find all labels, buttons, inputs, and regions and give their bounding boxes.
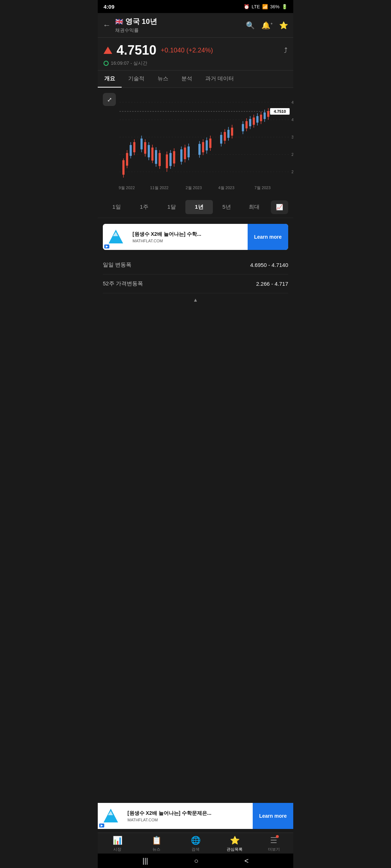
tab-overview[interactable]: 개요: [98, 71, 122, 88]
svg-rect-50: [173, 151, 175, 163]
signal-icon: 📶: [262, 4, 268, 9]
header: ← 🇬🇧 영국 10년 채권수익률 🔍 🔔+ ⭐: [98, 13, 293, 38]
svg-rect-62: [198, 144, 201, 155]
svg-rect-32: [148, 145, 150, 157]
battery-icon: 🔋: [282, 4, 287, 9]
ad-url: MATHFLAT.COM: [133, 239, 244, 243]
svg-text:4.9000: 4.9000: [291, 100, 293, 105]
svg-rect-47: [169, 153, 172, 166]
tab-history[interactable]: 과거 데이터: [199, 71, 240, 88]
tabs-bar: 개요 기술적 뉴스 분석 과거 데이터: [98, 71, 293, 88]
svg-text:2월 2023: 2월 2023: [186, 186, 202, 190]
svg-rect-59: [188, 146, 190, 157]
daily-range-label: 일일 변동폭: [103, 261, 131, 268]
header-title-block: 🇬🇧 영국 10년 채권수익률: [115, 17, 241, 34]
52week-label: 52주 가격변동폭: [103, 280, 143, 287]
alert-icon[interactable]: 🔔+: [261, 21, 273, 30]
price-row: 4.7510 +0.1040 (+2.24%) ⤴: [104, 43, 287, 58]
svg-rect-41: [159, 153, 161, 166]
svg-rect-68: [206, 140, 208, 150]
header-title: 🇬🇧 영국 10년: [115, 17, 241, 26]
alarm-icon: ⏰: [244, 4, 249, 9]
price-up-arrow: [104, 47, 112, 54]
expand-section[interactable]: ▲: [103, 293, 288, 306]
svg-text:4월 2023: 4월 2023: [218, 186, 235, 190]
data-section: 일일 변동폭 4.6950 - 4.7140 52주 가격변동폭 2.266 -…: [98, 256, 293, 306]
status-time: 4:09: [104, 4, 114, 10]
favorite-icon[interactable]: ⭐: [279, 21, 288, 30]
period-1day[interactable]: 1일: [103, 200, 130, 214]
back-button[interactable]: ←: [103, 21, 111, 30]
svg-text:2.1000: 2.1000: [291, 170, 293, 174]
svg-rect-44: [166, 154, 168, 168]
period-max[interactable]: 최대: [240, 200, 268, 214]
svg-marker-115: [109, 230, 123, 243]
tab-news[interactable]: 뉴스: [151, 71, 175, 88]
tab-analysis[interactable]: 분석: [175, 71, 199, 88]
svg-rect-29: [144, 142, 146, 154]
status-bar: 4:09 ⏰ LTE 📶 36% 🔋: [98, 0, 293, 13]
ad-banner[interactable]: ▶ [원생수 X2배 늘어나는] 수학... MATHFLAT.COM Lear…: [103, 224, 288, 250]
svg-text:9월 2022: 9월 2022: [119, 186, 135, 190]
tab-technical[interactable]: 기술적: [122, 71, 151, 88]
price-chart[interactable]: 4.9000 4.2000 3.5000 2.8000 2.1000 4.751…: [98, 92, 293, 193]
ad-cta-button[interactable]: Learn more: [248, 224, 288, 250]
svg-text:11월 2022: 11월 2022: [150, 186, 169, 190]
svg-rect-17: [126, 153, 128, 166]
price-time: 16:09:07 - 실시간: [104, 60, 287, 67]
52week-range-row: 52주 가격변동폭 2.266 - 4.717: [103, 275, 288, 293]
52week-value: 2.266 - 4.717: [256, 281, 288, 287]
svg-text:7월 2023: 7월 2023: [255, 186, 271, 190]
lte-icon: LTE: [252, 4, 260, 9]
daily-range-value: 4.6950 - 4.7140: [250, 262, 288, 268]
ad-logo: ▶: [103, 224, 129, 250]
header-subtitle: 채권수익률: [115, 27, 241, 34]
svg-rect-14: [122, 160, 125, 175]
svg-rect-23: [133, 142, 135, 152]
expand-chart-button[interactable]: ⤢: [103, 93, 116, 106]
ad-title: [원생수 X2배 늘어나는] 수학...: [133, 231, 244, 237]
chart-svg-wrapper: 4.9000 4.2000 3.5000 2.8000 2.1000 4.751…: [98, 92, 293, 193]
svg-rect-35: [151, 148, 154, 161]
chart-type-button[interactable]: 📈: [271, 200, 288, 214]
price-section: 4.7510 +0.1040 (+2.24%) ⤴ 16:09:07 - 실시간: [98, 38, 293, 71]
flag-icon: 🇬🇧: [115, 18, 123, 26]
svg-text:4.7510: 4.7510: [274, 109, 286, 114]
svg-text:2.8000: 2.8000: [291, 152, 293, 157]
svg-rect-20: [130, 145, 132, 156]
svg-rect-65: [202, 142, 204, 152]
ad-text: [원생수 X2배 늘어나는] 수학... MATHFLAT.COM: [129, 224, 248, 250]
svg-rect-53: [180, 149, 182, 162]
battery-text: 36%: [270, 4, 279, 9]
svg-rect-38: [155, 150, 157, 164]
price-value: 4.7510: [117, 43, 156, 58]
expand-arrow-icon[interactable]: ▲: [193, 297, 198, 303]
search-icon[interactable]: 🔍: [246, 21, 255, 30]
share-button[interactable]: ⤴: [284, 46, 287, 55]
status-icons: ⏰ LTE 📶 36% 🔋: [244, 4, 287, 9]
svg-text:3.5000: 3.5000: [291, 135, 293, 139]
period-1month[interactable]: 1달: [158, 200, 185, 214]
svg-text:4.2000: 4.2000: [291, 118, 293, 122]
period-selector: 1일 1주 1달 1년 5년 최대 📈: [98, 196, 293, 218]
period-5year[interactable]: 5년: [213, 200, 240, 214]
ad-play-badge: ▶: [104, 244, 109, 248]
svg-rect-0: [98, 92, 293, 193]
mathflat-logo: [108, 229, 124, 245]
clock-icon: [104, 61, 109, 66]
svg-rect-56: [184, 148, 186, 159]
header-actions: 🔍 🔔+ ⭐: [246, 21, 288, 30]
chart-container: ⤢ 4.9000 4.2000 3.5000 2.8000 2.1000 4.7…: [98, 88, 293, 196]
price-change: +0.1040 (+2.24%): [161, 47, 213, 54]
daily-range-row: 일일 변동폭 4.6950 - 4.7140: [103, 256, 288, 275]
period-1week[interactable]: 1주: [130, 200, 158, 214]
period-1year[interactable]: 1년: [185, 200, 213, 214]
